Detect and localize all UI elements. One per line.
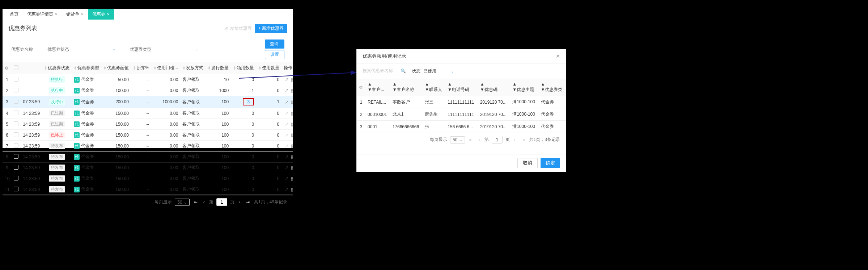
filter-type-select[interactable]: ⌄ xyxy=(154,47,198,51)
table-row[interactable]: 814 23:59待发布代代金券150.00--0.00客户领取10000↗▦ xyxy=(3,151,293,162)
qr-icon[interactable]: ▦ xyxy=(291,121,293,127)
row-checkbox[interactable] xyxy=(14,99,18,104)
share-icon[interactable]: ↗ xyxy=(285,176,289,181)
col-customer-name[interactable]: ▲▼客户名称 xyxy=(390,79,423,96)
qr-icon[interactable]: ▦ xyxy=(291,111,293,116)
share-icon[interactable]: ↗ xyxy=(285,165,289,170)
tab-优惠券[interactable]: 优惠券✕ xyxy=(88,9,114,20)
add-coupon-button[interactable]: + 新增优惠券 xyxy=(255,24,287,33)
col-phone[interactable]: ▲▼电话号码 xyxy=(445,79,478,96)
status-select[interactable]: 已使用⌄ xyxy=(423,68,454,74)
search-input[interactable]: 搜索优惠券名称 xyxy=(363,68,401,74)
row-checkbox[interactable] xyxy=(14,77,18,82)
row-checkbox[interactable] xyxy=(14,111,18,115)
page-input[interactable] xyxy=(216,198,227,206)
col-time[interactable] xyxy=(21,62,42,74)
table-row[interactable]: 1待执行代代金券50.00--0.00客户领取1000↗▦ xyxy=(3,74,293,85)
col-method[interactable]: ▲▼发放方式 xyxy=(180,62,206,74)
share-icon[interactable]: ↗ xyxy=(285,77,289,82)
last-page-button[interactable]: ⇥ xyxy=(245,200,251,205)
qr-icon[interactable]: ▦ xyxy=(291,187,293,192)
share-icon[interactable]: ↗ xyxy=(285,88,289,93)
modal-last-page[interactable]: ⇥ xyxy=(520,137,526,142)
row-checkbox[interactable] xyxy=(14,154,18,159)
col-coupon-code[interactable]: ▲▼优惠码 xyxy=(478,79,511,96)
share-icon[interactable]: ↗ xyxy=(285,132,289,138)
modal-table-row[interactable]: 1RETAIL...零散客户张三111111111112019120 70...… xyxy=(357,96,566,108)
modal-table-row[interactable]: 200010001北京1唐先生111111111112019120 70...满… xyxy=(357,108,566,121)
row-checkbox[interactable] xyxy=(14,88,18,92)
row-checkbox[interactable] xyxy=(14,132,18,137)
prev-page-button[interactable]: ‹ xyxy=(202,200,206,205)
close-icon[interactable]: ✕ xyxy=(107,12,110,16)
confirm-button[interactable]: 确定 xyxy=(541,158,560,168)
col-status[interactable]: ▲▼优惠券状态 xyxy=(42,62,72,74)
row-checkbox[interactable] xyxy=(14,176,18,180)
qr-icon[interactable]: ▦ xyxy=(291,165,293,170)
modal-per-page-select[interactable]: 50 ⌄ xyxy=(450,136,465,144)
table-row[interactable]: 1114 23:59待发布代代金券150.00--0.00客户领取10000↗▦ xyxy=(3,184,293,195)
table-row[interactable]: 414 23:59已过期代代金券150.00--0.00客户领取10000↗▦ xyxy=(3,108,293,119)
cancel-button[interactable]: 取消 xyxy=(517,158,538,168)
table-row[interactable]: 307 23:59执行中代代金券200.00--1000.00客户领取10031… xyxy=(3,96,293,108)
share-icon[interactable]: ↗ xyxy=(285,143,289,149)
col-coupon-type[interactable]: ▲▼优惠券类 xyxy=(539,79,566,96)
next-page-button[interactable]: › xyxy=(237,200,242,205)
qr-icon[interactable]: ▦ xyxy=(291,154,293,159)
row-checkbox[interactable] xyxy=(14,165,18,170)
receive-qty-link[interactable]: 3 xyxy=(243,98,254,105)
modal-gear-header[interactable]: ⚙ xyxy=(357,79,365,96)
qr-icon[interactable]: ▦ xyxy=(291,99,293,105)
per-page-select[interactable]: 50 ⌄ xyxy=(175,199,190,206)
share-icon[interactable]: ↗ xyxy=(285,121,289,127)
row-checkbox[interactable] xyxy=(14,187,18,191)
modal-next-page[interactable]: › xyxy=(513,137,517,142)
col-issue[interactable]: ▲▼发行数量 xyxy=(206,62,231,74)
gear-header[interactable]: ⚙ xyxy=(3,62,12,74)
tab-销货单[interactable]: 销货单✕ xyxy=(62,9,88,20)
qr-icon[interactable]: ▦ xyxy=(291,143,293,149)
share-icon[interactable]: ↗ xyxy=(285,111,289,116)
setting-button[interactable]: 设置 xyxy=(265,50,284,59)
col-threshold[interactable]: ▲▼使用门槛... xyxy=(151,62,180,74)
search-icon[interactable]: 🔍 xyxy=(401,68,406,74)
distribute-button[interactable]: ⊕ 发放优惠券 xyxy=(225,25,252,32)
tab-优惠券详情页[interactable]: 优惠券详情页✕ xyxy=(23,9,62,20)
col-use[interactable]: ▲▼使用数量 xyxy=(256,62,281,74)
share-icon[interactable]: ↗ xyxy=(285,99,289,105)
qr-icon[interactable]: ▦ xyxy=(291,88,293,93)
close-icon[interactable]: ✕ xyxy=(81,12,84,16)
qr-icon[interactable]: ▦ xyxy=(291,176,293,181)
table-row[interactable]: 2执行中代代金券100.00--0.00客户领取100010↗▦ xyxy=(3,85,293,96)
share-icon[interactable]: ↗ xyxy=(285,187,289,192)
table-row[interactable]: 1014 23:59待发布代代金券150.00--0.00客户领取10000↗▦ xyxy=(3,173,293,184)
col-type[interactable]: ▲▼优惠券类型 xyxy=(72,62,101,74)
checkbox-all[interactable] xyxy=(14,65,18,70)
col-face-value[interactable]: ▲▼优惠券面值 xyxy=(101,62,131,74)
qr-icon[interactable]: ▦ xyxy=(291,77,293,82)
first-page-button[interactable]: ⇤ xyxy=(192,200,199,205)
col-receive[interactable]: ▲▼领用数量 xyxy=(231,62,256,74)
table-row[interactable]: 614 23:59已终止代代金券150.00--0.00客户领取10000↗▦ xyxy=(3,130,293,141)
search-box[interactable]: 搜索优惠券名称 🔍 xyxy=(363,67,406,75)
row-checkbox[interactable] xyxy=(14,121,18,126)
checkbox-header[interactable] xyxy=(12,62,21,74)
search-button[interactable]: 查询 xyxy=(265,40,284,49)
modal-prev-page[interactable]: ‹ xyxy=(477,137,482,142)
qr-icon[interactable]: ▦ xyxy=(291,132,293,138)
modal-table-row[interactable]: 3000117666666666张156 6666 6...2019120 70… xyxy=(357,121,566,133)
modal-first-page[interactable]: ⇤ xyxy=(468,137,474,142)
tab-首页[interactable]: 首页 xyxy=(5,9,23,20)
modal-page-input[interactable] xyxy=(492,136,503,144)
share-icon[interactable]: ↗ xyxy=(285,154,289,159)
row-checkbox[interactable] xyxy=(14,143,18,148)
col-contact[interactable]: ▲▼联系人 xyxy=(423,79,445,96)
close-icon[interactable]: ✕ xyxy=(556,53,560,59)
col-discount[interactable]: ▲▼折扣% xyxy=(131,62,152,74)
table-row[interactable]: 514 23:59已过期代代金券150.00--0.00客户领取10000↗▦ xyxy=(3,119,293,130)
close-icon[interactable]: ✕ xyxy=(55,12,58,16)
col-customer-code[interactable]: ▲▼客户... xyxy=(365,79,390,96)
table-row[interactable]: 914 23:59待发布代代金券150.00--0.00客户领取10000↗▦ xyxy=(3,162,293,173)
filter-status-select[interactable]: ⌄ xyxy=(72,47,115,51)
table-row[interactable]: 714 23:59待发布代代金券150.00--0.00客户领取10000↗▦ xyxy=(3,141,293,151)
